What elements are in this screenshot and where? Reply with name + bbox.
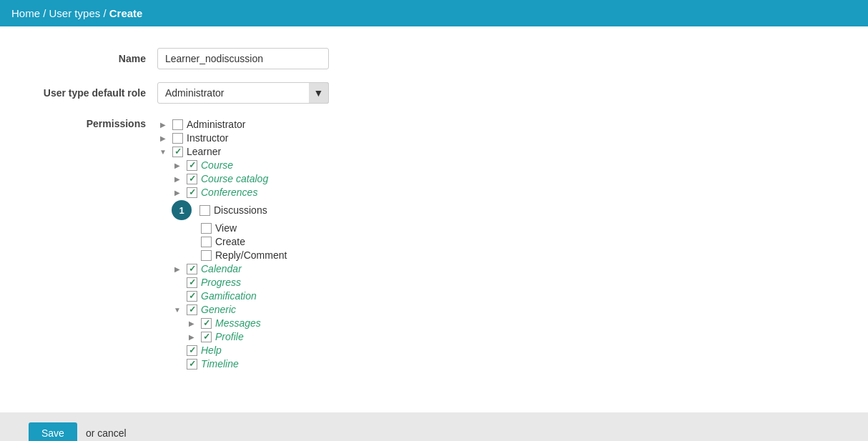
label-conferences: Conferences xyxy=(201,187,257,198)
tree-item-reply-comment: Reply/Comment xyxy=(157,249,287,261)
name-label: Name xyxy=(29,53,157,64)
label-administrator: Administrator xyxy=(187,119,245,130)
checkbox-generic[interactable] xyxy=(187,304,197,315)
checkbox-course-catalog[interactable] xyxy=(187,174,197,184)
label-profile: Profile xyxy=(215,331,244,342)
checkbox-create-disc[interactable] xyxy=(201,237,212,247)
tree-item-progress: Progress xyxy=(157,277,287,288)
permissions-label: Permissions xyxy=(29,117,157,129)
arrow-calendar[interactable]: ▶ xyxy=(172,263,183,274)
breadcrumb-sep1: / xyxy=(43,7,49,19)
tree-item-profile: ▶Profile xyxy=(157,331,287,342)
arrow-course-catalog[interactable]: ▶ xyxy=(172,173,183,184)
arrow-generic[interactable]: ▼ xyxy=(172,304,183,315)
tree-item-course: ▶Course xyxy=(157,159,287,171)
name-row: Name xyxy=(29,48,839,69)
arrow-gamification xyxy=(172,290,183,302)
checkbox-messages[interactable] xyxy=(201,318,212,329)
permissions-row: Permissions ▶Administrator▶Instructor▼Le… xyxy=(29,117,839,372)
arrow-conferences[interactable]: ▶ xyxy=(172,187,183,198)
save-button[interactable]: Save xyxy=(29,422,77,441)
checkbox-calendar[interactable] xyxy=(187,264,197,274)
checkbox-administrator[interactable] xyxy=(172,119,183,130)
checkbox-instructor[interactable] xyxy=(172,133,183,144)
tree-item-view: View xyxy=(157,222,287,234)
checkbox-learner[interactable] xyxy=(172,147,183,157)
breadcrumb-home[interactable]: Home xyxy=(11,7,40,19)
checkbox-timeline[interactable] xyxy=(187,359,197,370)
label-progress: Progress xyxy=(201,277,241,288)
tree-item-timeline: Timeline xyxy=(157,358,287,370)
arrow-view xyxy=(186,222,197,234)
arrow-progress xyxy=(172,277,183,288)
checkbox-profile[interactable] xyxy=(201,332,212,342)
breadcrumb-create: Create xyxy=(109,7,143,19)
label-help: Help xyxy=(201,345,222,356)
label-reply-comment: Reply/Comment xyxy=(215,249,287,261)
label-calendar: Calendar xyxy=(201,263,242,274)
label-discussions: Discussions xyxy=(214,204,267,216)
tree-item-create-disc: Create xyxy=(157,236,287,247)
role-select-wrapper: Administrator Instructor Learner ▼ xyxy=(157,82,329,104)
label-learner: Learner xyxy=(187,146,221,157)
arrow-administrator[interactable]: ▶ xyxy=(157,119,169,130)
tree-item-gamification: Gamification xyxy=(157,290,287,302)
or-cancel-text: or cancel xyxy=(86,427,127,439)
tree-item-discussions: 1Discussions xyxy=(157,200,287,220)
tree-item-messages: ▶Messages xyxy=(157,317,287,329)
arrow-create-disc xyxy=(186,236,197,247)
arrow-learner[interactable]: ▼ xyxy=(157,146,169,157)
main-content: Name User type default role Administrato… xyxy=(0,26,868,412)
checkbox-view[interactable] xyxy=(201,223,212,234)
breadcrumb-sep2: / xyxy=(103,7,109,19)
checkbox-progress[interactable] xyxy=(187,277,197,288)
label-messages: Messages xyxy=(215,317,261,329)
arrow-profile[interactable]: ▶ xyxy=(186,331,197,342)
name-input[interactable] xyxy=(157,48,329,69)
checkbox-discussions[interactable] xyxy=(199,205,210,216)
tree-item-course-catalog: ▶Course catalog xyxy=(157,173,287,184)
role-select[interactable]: Administrator Instructor Learner xyxy=(157,82,329,104)
label-view: View xyxy=(215,222,237,234)
arrow-reply-comment xyxy=(186,249,197,261)
label-create-disc: Create xyxy=(215,236,245,247)
label-course-catalog: Course catalog xyxy=(201,173,268,184)
label-gamification: Gamification xyxy=(201,290,257,302)
tree-item-generic: ▼Generic xyxy=(157,304,287,315)
checkbox-course[interactable] xyxy=(187,160,197,171)
checkbox-gamification[interactable] xyxy=(187,291,197,302)
checkbox-conferences[interactable] xyxy=(187,187,197,198)
arrow-help xyxy=(172,345,183,356)
role-row: User type default role Administrator Ins… xyxy=(29,82,839,104)
tree-item-learner: ▼Learner xyxy=(157,146,287,157)
tree-item-help: Help xyxy=(157,345,287,356)
label-course: Course xyxy=(201,159,233,171)
footer: Save or cancel xyxy=(0,412,868,441)
role-label: User type default role xyxy=(29,87,157,99)
label-timeline: Timeline xyxy=(201,358,239,370)
tree-item-conferences: ▶Conferences xyxy=(157,187,287,198)
breadcrumb-user-types[interactable]: User types xyxy=(49,7,101,19)
tree-item-administrator: ▶Administrator xyxy=(157,119,287,130)
permissions-tree: ▶Administrator▶Instructor▼Learner▶Course… xyxy=(157,117,287,372)
tree-item-instructor: ▶Instructor xyxy=(157,132,287,144)
label-generic: Generic xyxy=(201,304,236,315)
arrow-timeline xyxy=(172,358,183,370)
checkbox-help[interactable] xyxy=(187,345,197,356)
badge-discussions: 1 xyxy=(172,200,192,220)
header-bar: Home / User types / Create xyxy=(0,0,868,26)
checkbox-reply-comment[interactable] xyxy=(201,250,212,261)
arrow-instructor[interactable]: ▶ xyxy=(157,132,169,144)
label-instructor: Instructor xyxy=(187,132,228,144)
arrow-course[interactable]: ▶ xyxy=(172,159,183,171)
arrow-messages[interactable]: ▶ xyxy=(186,317,197,329)
tree-item-calendar: ▶Calendar xyxy=(157,263,287,274)
